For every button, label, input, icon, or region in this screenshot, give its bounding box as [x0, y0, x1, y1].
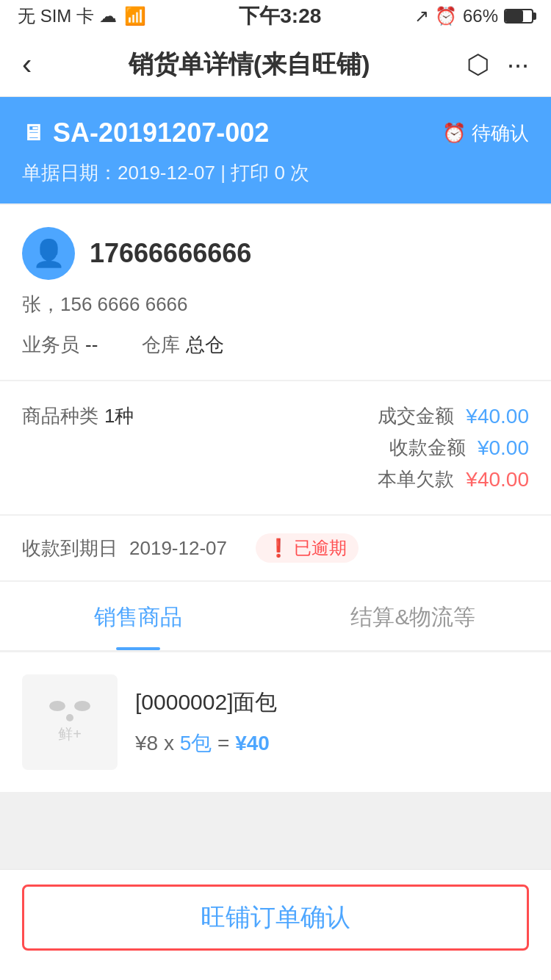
product-price: ¥8 x 5包 = ¥40	[135, 729, 529, 757]
more-icon[interactable]: ···	[507, 49, 529, 80]
deal-amount-value: ¥40.00	[466, 405, 529, 428]
order-icon: 🖥	[22, 120, 44, 145]
overdue-text: 已逾期	[294, 536, 347, 560]
customer-name: 张，156 6666 6666	[22, 292, 529, 317]
tab-settlement[interactable]: 结算&物流等	[276, 582, 551, 650]
tabs: 销售商品 结算&物流等	[0, 582, 551, 651]
avatar-icon: 👤	[32, 238, 65, 269]
overdue-badge: ❗ 已逾期	[256, 533, 359, 563]
owed-value: ¥40.00	[466, 468, 529, 491]
status-bar: 无 SIM 卡 ☁ 📶 下午3:28 ↗ ⏰ 66%	[0, 0, 551, 32]
navigation-icon: ↗	[414, 6, 429, 26]
product-thumbnail: 鲜+	[22, 674, 118, 770]
product-total: ¥40	[235, 732, 270, 754]
nav-actions: ⬡ ···	[467, 49, 529, 80]
thumb-eyes	[49, 701, 90, 711]
payment-amount: 收款金额 ¥0.00	[389, 435, 529, 461]
product-qty: 5包	[180, 732, 212, 754]
page-title: 销货单详情(来自旺铺)	[129, 48, 370, 82]
payment-value: ¥0.00	[478, 436, 529, 460]
confirm-order-button[interactable]: 旺铺订单确认	[22, 884, 529, 951]
customer-top: 👤 17666666666	[22, 227, 529, 280]
order-status: ⏰ 待确认	[442, 120, 529, 146]
status-left: 无 SIM 卡 ☁ 📶	[18, 4, 146, 28]
customer-phone: 17666666666	[90, 238, 251, 269]
salesperson-value: --	[85, 334, 98, 356]
warehouse-value: 总仓	[186, 332, 224, 358]
deal-amount: 成交金额 ¥40.00	[378, 403, 529, 429]
customer-avatar: 👤	[22, 227, 75, 280]
sim-label: 无 SIM 卡 ☁	[18, 4, 117, 28]
overdue-icon: ❗	[267, 538, 289, 558]
order-id: 🖥 SA-20191207-002	[22, 118, 269, 148]
eye-left	[49, 701, 65, 711]
eye-right	[74, 701, 90, 711]
thumb-brand: 鲜+	[58, 724, 82, 744]
overdue-date-value: 2019-12-07	[129, 537, 227, 560]
product-info: [0000002]面包 ¥8 x 5包 = ¥40	[135, 688, 529, 757]
price-separator: =	[212, 732, 235, 754]
customer-info-row: 业务员 -- 仓库 总仓	[22, 332, 529, 358]
battery-percent: 66%	[463, 6, 498, 26]
order-header: 🖥 SA-20191207-002 ⏰ 待确认 单据日期：2019-12-07 …	[0, 97, 551, 203]
thumb-nose	[66, 714, 73, 721]
overdue-card: 收款到期日 2019-12-07 ❗ 已逾期	[0, 516, 551, 580]
price-value: ¥8 x	[135, 732, 180, 754]
product-name: [0000002]面包	[135, 688, 529, 718]
share-icon[interactable]: ⬡	[467, 49, 489, 80]
bottom-bar: 旺铺订单确认	[0, 869, 551, 980]
warehouse-label: 仓库	[142, 332, 180, 358]
nav-bar: ‹ 销货单详情(来自旺铺) ⬡ ···	[0, 32, 551, 97]
tab-sales-products[interactable]: 销售商品	[0, 582, 276, 650]
status-time: 下午3:28	[239, 2, 321, 30]
summary-row: 商品种类 1种 成交金额 ¥40.00 收款金额 ¥0.00 本单欠款 ¥40.…	[22, 403, 529, 492]
battery-icon	[504, 9, 533, 24]
product-card: 鲜+ [0000002]面包 ¥8 x 5包 = ¥40	[0, 652, 551, 792]
amounts: 成交金额 ¥40.00 收款金额 ¥0.00 本单欠款 ¥40.00	[378, 403, 529, 492]
tabs-container: 销售商品 结算&物流等	[0, 582, 551, 651]
product-type: 商品种类 1种	[22, 403, 134, 429]
order-date: 单据日期：2019-12-07 | 打印 0 次	[22, 160, 529, 186]
back-button[interactable]: ‹	[22, 48, 32, 81]
alarm-icon: ⏰	[435, 6, 457, 26]
owed-amount: 本单欠款 ¥40.00	[378, 466, 529, 492]
customer-card: 👤 17666666666 张，156 6666 6666 业务员 -- 仓库 …	[0, 205, 551, 380]
wifi-icon: 📶	[124, 6, 146, 26]
overdue-label: 收款到期日	[22, 536, 118, 561]
overdue-spacer	[239, 537, 244, 560]
summary-card: 商品种类 1种 成交金额 ¥40.00 收款金额 ¥0.00 本单欠款 ¥40.…	[0, 381, 551, 514]
order-header-top: 🖥 SA-20191207-002 ⏰ 待确认	[22, 118, 529, 148]
clock-icon: ⏰	[442, 122, 466, 145]
status-right: ↗ ⏰ 66%	[414, 6, 533, 26]
product-thumb-inner: 鲜+	[49, 701, 90, 744]
salesperson-label: 业务员	[22, 332, 79, 358]
